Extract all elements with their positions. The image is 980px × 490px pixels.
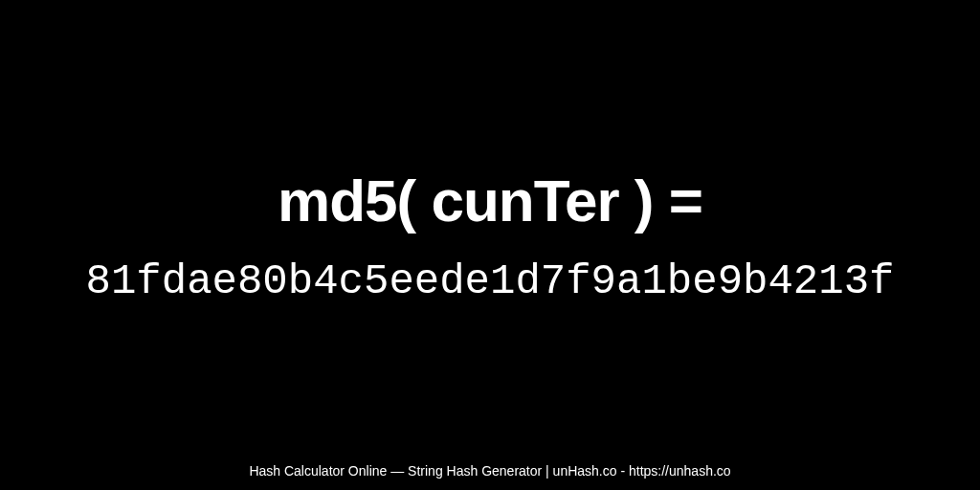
footer-attribution: Hash Calculator Online — String Hash Gen… [0, 463, 980, 479]
hash-expression: md5( cunTer ) = [278, 167, 702, 234]
hash-result-panel: md5( cunTer ) = 81fdae80b4c5eede1d7f9a1b… [86, 167, 895, 305]
hash-value: 81fdae80b4c5eede1d7f9a1be9b4213f [86, 257, 895, 305]
